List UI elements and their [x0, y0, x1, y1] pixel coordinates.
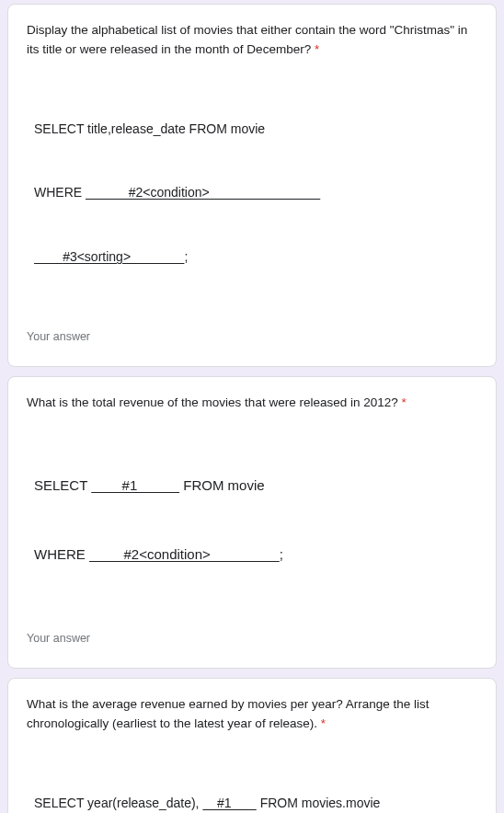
answer-input[interactable]: Your answer: [27, 632, 477, 651]
sql-line: SELECT year(release_date), #1 FROM movie…: [34, 793, 475, 813]
question-text: Display the alphabetical list of movies …: [27, 21, 477, 60]
answer-input-wrap: Your answer: [27, 632, 477, 651]
sql-line: SELECT title,release_date FROM movie: [34, 119, 475, 140]
sql-line: #3<sorting> ;: [34, 246, 475, 268]
sql-text: WHERE: [34, 544, 89, 567]
sql-text: SELECT: [34, 475, 91, 498]
sql-text: ;: [280, 546, 283, 562]
sql-text: FROM movies.movie: [257, 796, 381, 810]
question-card: What is the total revenue of the movies …: [7, 376, 497, 669]
question-prompt: Display the alphabetical list of movies …: [27, 23, 467, 56]
question-card: Display the alphabetical list of movies …: [7, 4, 497, 367]
question-text: What is the total revenue of the movies …: [27, 394, 477, 413]
sql-line: SELECT #1 FROM movie: [34, 475, 475, 498]
question-prompt: What is the total revenue of the movies …: [27, 395, 398, 409]
sql-line: WHERE #2<condition> ;: [34, 544, 475, 567]
answer-input[interactable]: Your answer: [27, 330, 477, 349]
sql-text: FROM movie: [179, 477, 265, 493]
sql-text: ;: [184, 249, 188, 264]
sql-block: SELECT title,release_date FROM movie WHE…: [27, 76, 477, 310]
sql-text: WHERE: [34, 182, 86, 203]
answer-input-wrap: Your answer: [27, 330, 477, 349]
sql-blank: #2<condition>: [89, 546, 280, 562]
sql-blank: #3<sorting>: [34, 249, 184, 264]
sql-block: SELECT year(release_date), #1 FROM movie…: [27, 750, 477, 813]
form-page: Display the alphabetical list of movies …: [0, 0, 504, 813]
question-prompt: What is the average revenue earned by mo…: [27, 697, 430, 730]
required-marker: *: [321, 716, 326, 730]
required-marker: *: [315, 42, 319, 56]
question-text: What is the average revenue earned by mo…: [27, 695, 477, 734]
sql-line: WHERE #2<condition>: [34, 182, 475, 203]
required-marker: *: [402, 395, 407, 409]
question-card: What is the average revenue earned by mo…: [7, 678, 497, 813]
sql-text: SELECT year(release_date),: [34, 793, 202, 813]
sql-block: SELECT #1 FROM movie WHERE #2<condition>…: [27, 429, 477, 612]
sql-blank: #1: [91, 477, 179, 493]
sql-text: SELECT title,release_date FROM movie: [34, 119, 265, 140]
sql-blank: #1: [202, 796, 256, 810]
sql-blank: #2<condition>: [86, 185, 320, 200]
